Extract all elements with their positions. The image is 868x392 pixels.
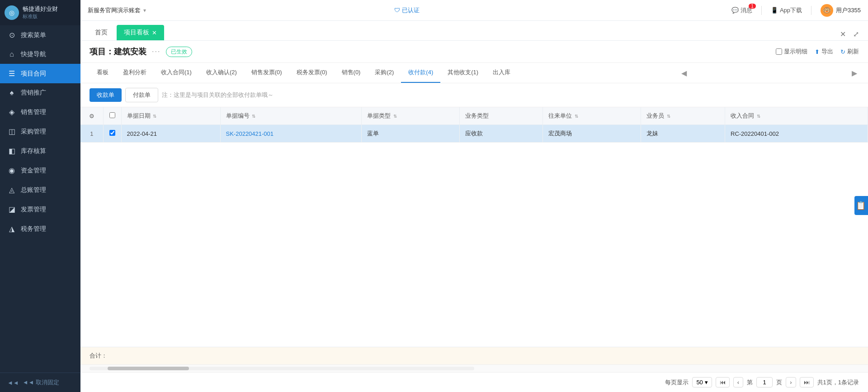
next-page-button[interactable]: › bbox=[786, 377, 796, 387]
subtab-sales[interactable]: 销售(0) bbox=[335, 63, 368, 83]
app-logo-icon: ◎ bbox=[5, 5, 19, 20]
tab-home[interactable]: 首页 bbox=[88, 25, 115, 40]
receipt-slip-button[interactable]: 收款单 bbox=[90, 88, 122, 102]
refresh-button[interactable]: ↻ 刷新 bbox=[840, 48, 859, 56]
sidebar-item-label: 销售管理 bbox=[21, 108, 46, 116]
sidebar-item-fund[interactable]: ◉ 资金管理 bbox=[0, 161, 80, 180]
ledger-icon: ◬ bbox=[7, 186, 16, 194]
per-page-dropdown-icon: ▾ bbox=[705, 379, 708, 386]
divider2 bbox=[811, 6, 811, 15]
account-selector[interactable]: 新服务官网演示账套 ▾ bbox=[88, 6, 389, 14]
sales-icon: ◈ bbox=[7, 108, 16, 116]
topbar-right: 💬 消息 1 📱 App下载 🐵 用户3355 bbox=[731, 4, 861, 17]
row-no: 1 bbox=[80, 125, 103, 143]
select-all-checkbox[interactable] bbox=[109, 112, 115, 118]
sidebar-item-label: 总账管理 bbox=[21, 186, 46, 194]
sidebar-item-sales[interactable]: ◈ 销售管理 bbox=[0, 102, 80, 122]
partner-col-header[interactable]: 往来单位 ⇅ bbox=[543, 107, 641, 125]
tab-close-icon[interactable]: ✕ bbox=[152, 29, 157, 36]
first-page-button[interactable]: ⏮ bbox=[716, 377, 730, 387]
unpin-icon: ◄◄ bbox=[7, 379, 19, 386]
scroll-thumb[interactable] bbox=[108, 367, 189, 370]
export-icon: ⬆ bbox=[815, 48, 820, 55]
maximize-window-button[interactable]: ⤢ bbox=[851, 28, 861, 40]
last-page-button[interactable]: ⏭ bbox=[800, 377, 814, 387]
export-button[interactable]: ⬆ 导出 bbox=[815, 48, 833, 56]
tab-project-board[interactable]: 项目看板 ✕ bbox=[117, 25, 164, 40]
app-title-group: 畅捷通好业财 标准版 bbox=[23, 5, 58, 20]
horizontal-scrollbar[interactable] bbox=[80, 364, 868, 372]
settings-col-header[interactable]: ⚙ bbox=[80, 107, 103, 125]
sidebar-item-ledger[interactable]: ◬ 总账管理 bbox=[0, 180, 80, 200]
subtab-income-contract[interactable]: 收入合同(1) bbox=[154, 63, 199, 83]
more-actions-button[interactable]: ··· bbox=[152, 48, 160, 56]
per-page-select[interactable]: 50 ▾ bbox=[692, 377, 712, 387]
subtab-other-expense[interactable]: 其他收支(1) bbox=[440, 63, 486, 83]
staff-col-header[interactable]: 业务员 ⇅ bbox=[641, 107, 725, 125]
mobile-icon: 📱 bbox=[771, 7, 778, 14]
app-title: 畅捷通好业财 bbox=[23, 5, 58, 13]
sidebar-item-marketing[interactable]: ♠ 营销推广 bbox=[0, 83, 80, 102]
app-edition: 标准版 bbox=[23, 13, 58, 20]
app-download-button[interactable]: 📱 App下载 bbox=[771, 6, 802, 14]
table-row[interactable]: 1 2022-04-21 SK-20220421-001 蓝单 应收款 宏茂商场… bbox=[80, 125, 868, 143]
code-col-header[interactable]: 单据编号 ⇅ bbox=[220, 107, 361, 125]
tabbar: 首页 项目看板 ✕ ✕ ⤢ bbox=[80, 21, 868, 41]
sidebar-nav: ⊙ 搜索菜单 ⌂ 快捷导航 ☰ 项目合同 ♠ 营销推广 ◈ 销售管理 ◫ 采购管… bbox=[0, 25, 80, 373]
sidebar-item-project[interactable]: ☰ 项目合同 bbox=[0, 64, 80, 83]
page-label: 第 bbox=[747, 378, 753, 387]
row-checkbox[interactable] bbox=[109, 130, 115, 136]
divider bbox=[761, 6, 762, 15]
sidebar-unpin-button[interactable]: ◄◄ ◄◄ 取消固定 bbox=[0, 373, 80, 392]
subtab-receipt[interactable]: 收付款(4) bbox=[401, 63, 440, 83]
date-col-header[interactable]: 单据日期 ⇅ bbox=[121, 107, 220, 125]
subtab-income-confirm[interactable]: 收入确认(2) bbox=[199, 63, 244, 83]
main-area: 新服务官网演示账套 ▾ 🛡 已认证 💬 消息 1 📱 App下载 🐵 用户335… bbox=[80, 0, 868, 392]
row-code-link[interactable]: SK-20220421-001 bbox=[226, 130, 274, 137]
biz-type-col-label: 业务类型 bbox=[465, 112, 489, 119]
partner-col-label: 往来单位 bbox=[548, 112, 572, 119]
marketing-icon: ♠ bbox=[7, 89, 16, 97]
income-contract-col-header[interactable]: 收入合同 ⇅ bbox=[725, 107, 868, 125]
right-float-button[interactable]: 📋 bbox=[854, 196, 868, 215]
toolbar-note: 注：这里是与项目关联的全部收付款单哦～ bbox=[162, 91, 274, 99]
window-controls: ✕ ⤢ bbox=[838, 28, 861, 40]
close-window-button[interactable]: ✕ bbox=[838, 28, 848, 40]
sidebar-item-invoice[interactable]: ◪ 发票管理 bbox=[0, 200, 80, 219]
sidebar-item-label: 库存核算 bbox=[21, 147, 46, 155]
message-button[interactable]: 💬 消息 1 bbox=[731, 6, 752, 14]
subtab-inout[interactable]: 出入库 bbox=[486, 63, 518, 83]
subtab-next-arrow[interactable]: ▶ bbox=[850, 65, 859, 81]
message-icon: 💬 bbox=[731, 7, 739, 14]
subtab-purchase[interactable]: 采购(2) bbox=[368, 63, 401, 83]
user-menu[interactable]: 🐵 用户3355 bbox=[821, 4, 861, 17]
subtab-income-contract-label: 收入合同(1) bbox=[161, 69, 192, 76]
type-col-header[interactable]: 单据类型 ⇅ bbox=[362, 107, 460, 125]
sidebar-item-stock[interactable]: ◧ 库存核算 bbox=[0, 141, 80, 161]
subtab-tax-invoice[interactable]: 税务发票(0) bbox=[289, 63, 335, 83]
subtab-profit[interactable]: 盈利分析 bbox=[116, 63, 154, 83]
subtab-kanban[interactable]: 看板 bbox=[90, 63, 116, 83]
show-detail-checkbox[interactable] bbox=[776, 48, 782, 55]
subtab-tax-invoice-label: 税务发票(0) bbox=[297, 69, 327, 76]
export-label: 导出 bbox=[821, 48, 833, 56]
sidebar-item-search[interactable]: ⊙ 搜索菜单 bbox=[0, 25, 80, 45]
current-page-input[interactable] bbox=[756, 377, 773, 387]
sidebar-item-tax[interactable]: ◮ 税务管理 bbox=[0, 219, 80, 239]
refresh-label: 刷新 bbox=[847, 48, 859, 56]
sidebar-item-quick[interactable]: ⌂ 快捷导航 bbox=[0, 45, 80, 64]
payment-slip-button[interactable]: 付款单 bbox=[125, 88, 158, 102]
sidebar-item-purchase[interactable]: ◫ 采购管理 bbox=[0, 122, 80, 141]
subtab-sales-invoice[interactable]: 销售发票(0) bbox=[244, 63, 289, 83]
show-detail-toggle[interactable]: 显示明细 bbox=[776, 48, 807, 56]
sidebar-item-label: 资金管理 bbox=[21, 167, 46, 175]
chevron-down-icon: ▾ bbox=[143, 7, 146, 14]
code-col-label: 单据编号 bbox=[226, 112, 250, 119]
row-checkbox-cell[interactable] bbox=[103, 125, 121, 143]
checkbox-col-header bbox=[103, 107, 121, 125]
subtab-prev-arrow[interactable]: ◀ bbox=[679, 65, 689, 81]
table-container: ⚙ 单据日期 ⇅ 单据编号 ⇅ bbox=[80, 107, 868, 347]
type-col-label: 单据类型 bbox=[367, 112, 391, 119]
table-settings-icon[interactable]: ⚙ bbox=[89, 113, 94, 120]
prev-page-button[interactable]: ‹ bbox=[733, 377, 743, 387]
